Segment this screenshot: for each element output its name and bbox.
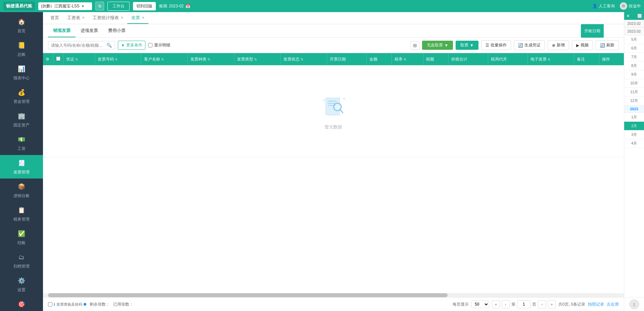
sidebar-label-settlement: 结账	[17, 240, 26, 246]
batch-op-icon: ☰	[486, 43, 489, 48]
search-icon[interactable]: 🔍	[106, 43, 112, 48]
tab-invoice-close[interactable]: ✕	[142, 16, 144, 20]
page-number-input[interactable]	[517, 300, 531, 308]
company-selector[interactable]: (勿删）江西服宝-LSS ▼	[38, 2, 92, 10]
get-ticket-dropdown-icon: ▼	[470, 43, 474, 48]
inner-tab-purchase[interactable]: 进项发票	[76, 24, 103, 37]
show-detail-checkbox[interactable]: 显示明细	[148, 42, 170, 48]
circle-action-icon[interactable]: ↕	[629, 299, 639, 309]
col-checkbox[interactable]	[53, 53, 63, 65]
refresh-button[interactable]: 🔄 刷新	[596, 40, 619, 50]
chevron-down-icon: ▼	[81, 4, 85, 8]
sidebar-item-settlement[interactable]: ✅ 结账	[0, 226, 43, 249]
tab-home[interactable]: 首页	[46, 12, 63, 24]
switch-version-button[interactable]: 切到旧版	[133, 2, 156, 10]
first-page-button[interactable]: «	[492, 300, 500, 308]
period-month-12[interactable]: 12月	[624, 96, 644, 105]
workbench-button[interactable]: 工作台	[107, 2, 130, 11]
select-all-checkbox[interactable]	[56, 56, 60, 61]
period-month-10[interactable]: 10月	[624, 79, 644, 88]
import-log-link[interactable]: 拍照记录	[588, 302, 604, 307]
sidebar-item-fund[interactable]: 💰 资金管理	[0, 84, 43, 108]
e-invoice-sort-icon[interactable]: ⇅	[548, 57, 550, 61]
period-month-5[interactable]: 5月	[624, 35, 644, 44]
no-ticket-button[interactable]: 无血取票 ▼	[422, 41, 453, 50]
sidebar-item-ledger[interactable]: 📒 总账	[0, 37, 43, 61]
period-year-2023-02-second[interactable]: 2023.02	[624, 28, 644, 35]
per-page-select[interactable]: 50 10 20 100	[471, 301, 489, 308]
sidebar-item-settings[interactable]: ⚙️ 设置	[0, 273, 43, 296]
filter-icon: ▼	[121, 43, 125, 48]
grid-view-icon[interactable]: ⊞	[411, 41, 419, 50]
year-2023-header: 2023	[624, 105, 644, 113]
col-settings[interactable]: ⚙	[43, 53, 53, 65]
pagination: « ‹ 第 页 › »	[492, 300, 556, 308]
user-menu[interactable]: 徐 徐溢华	[620, 2, 641, 10]
period-month-2023-2[interactable]: 2月	[624, 122, 644, 130]
svg-point-9	[323, 100, 325, 101]
sidebar-item-invoice[interactable]: 🧾 发票管理	[0, 155, 43, 179]
copy-button[interactable]: ⧉	[95, 2, 104, 10]
gen-voucher-button[interactable]: 🔄 生成凭证	[514, 40, 545, 50]
close-panel-button[interactable]: ✕	[626, 13, 630, 18]
svg-rect-4	[327, 103, 335, 104]
period-year-2023-02-first[interactable]: 2023.02	[624, 20, 644, 28]
sidebar-item-tax[interactable]: 📋 税务管理	[0, 202, 43, 226]
voucher-sort-icon[interactable]: ⇅	[75, 57, 78, 61]
expand-panel-icon[interactable]: ⬜	[637, 14, 642, 18]
inner-tab-sales[interactable]: 销项发票	[48, 24, 76, 37]
sidebar-label-salary: 工资	[17, 146, 26, 152]
invoice-category-sort-icon[interactable]: ⇅	[254, 57, 257, 61]
period-month-2023-1[interactable]: 1月	[624, 113, 644, 122]
toolbar-left: 🔍 ▼ 更多条件 显示明细	[48, 41, 408, 50]
period-month-2023-4[interactable]: 4月	[624, 139, 644, 148]
add-button[interactable]: ⊕ 新增	[548, 40, 569, 50]
sidebar-item-guide[interactable]: 🎯 新手引导	[0, 296, 43, 311]
sidebar-item-report[interactable]: 📊 报表中心	[0, 61, 43, 84]
tab-salary-stats[interactable]: 工资统计报表 ✕	[89, 12, 127, 24]
invoice-status-sort-icon[interactable]: ⇅	[301, 57, 303, 61]
last-page-button[interactable]: »	[548, 300, 556, 308]
tab-invoice[interactable]: 发票 ✕	[127, 12, 148, 24]
inner-tab-expense[interactable]: 费用小票	[103, 24, 131, 37]
salary-icon: 💵	[17, 135, 26, 144]
sidebar-item-home[interactable]: 🏠 首页	[0, 14, 43, 37]
sidebar-label-archive: 归档管理	[13, 264, 30, 269]
tab-salary-stats-close[interactable]: ✕	[121, 16, 123, 20]
period-month-7[interactable]: 7月	[624, 53, 644, 62]
prev-page-button[interactable]: ‹	[502, 300, 510, 308]
tax-icon: 📋	[17, 205, 26, 215]
tab-salary-table[interactable]: 工资表 ✕	[63, 12, 89, 24]
tax-rate-sort-icon[interactable]: ⇅	[404, 57, 406, 61]
search-input[interactable]	[51, 43, 105, 48]
customer-sort-icon[interactable]: ⇅	[161, 57, 164, 61]
sidebar-item-purchase[interactable]: 📦 进销台账	[0, 179, 43, 202]
horizontal-scrollbar[interactable]	[48, 293, 619, 297]
tab-salary-table-close[interactable]: ✕	[82, 16, 85, 20]
period-month-2023-3[interactable]: 3月	[624, 130, 644, 139]
period-month-9[interactable]: 9月	[624, 70, 644, 79]
video-button[interactable]: ▶ 视频	[572, 40, 593, 50]
sidebar-item-salary[interactable]: 💵 工资	[0, 131, 43, 155]
left-right-link[interactable]: 左右滑	[607, 302, 619, 307]
batch-op-button[interactable]: ☰ 批量操作	[481, 40, 511, 50]
col-voucher: 凭证 ⇅	[63, 53, 95, 65]
period-month-8[interactable]: 8月	[624, 62, 644, 70]
customer-service[interactable]: 👤 人工客询	[592, 3, 615, 9]
inner-tab-bar: 销项发票 进项发票 费用小票	[43, 24, 624, 38]
invoice-no-sort-icon[interactable]: ⇅	[115, 57, 118, 61]
period-month-6[interactable]: 6月	[624, 44, 644, 53]
verify-checkbox[interactable]	[48, 302, 52, 307]
invoice-type-sort-icon[interactable]: ⇅	[208, 57, 210, 61]
bottom-right: 每页显示 50 10 20 100 « ‹ 第 页 › »	[453, 300, 619, 308]
sidebar-item-asset[interactable]: 🏢 固定资产	[0, 108, 43, 131]
period-month-11[interactable]: 11月	[624, 88, 644, 96]
next-page-button[interactable]: ›	[538, 300, 546, 308]
show-detail-input[interactable]	[148, 43, 152, 47]
get-ticket-button[interactable]: 取票 ▼	[456, 41, 478, 50]
filter-button[interactable]: ▼ 更多条件	[118, 41, 145, 50]
total-label: 共0页, 0条记录	[558, 302, 585, 307]
sidebar-item-archive[interactable]: 🗂 归档管理	[0, 249, 43, 273]
calendar-icon[interactable]: 📅	[185, 4, 190, 8]
open-period-button[interactable]: 开账日期	[581, 24, 604, 38]
